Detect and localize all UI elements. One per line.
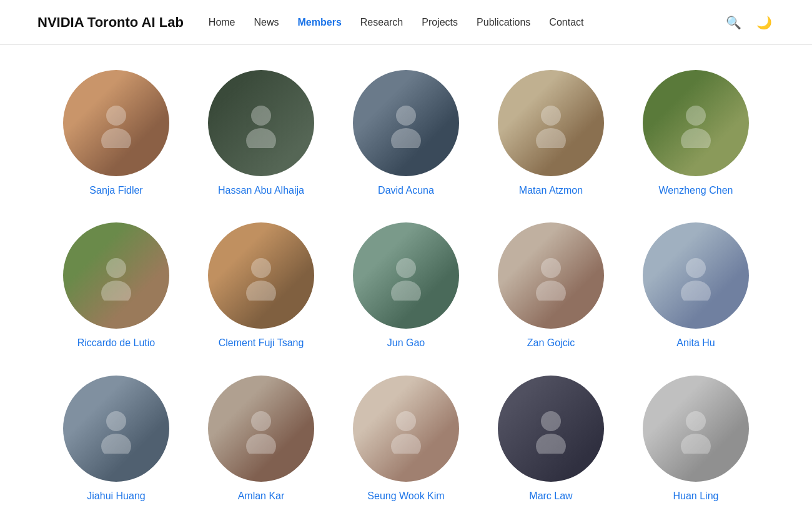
member-name: Amlan Kar	[238, 489, 285, 503]
member-avatar	[643, 222, 749, 329]
svg-point-25	[391, 434, 421, 454]
member-avatar	[63, 376, 169, 482]
svg-point-7	[536, 128, 566, 148]
svg-point-13	[246, 281, 276, 301]
member-avatar	[498, 70, 604, 176]
nav-link-news[interactable]: News	[254, 17, 279, 28]
member-avatar	[63, 70, 169, 176]
svg-point-24	[396, 411, 416, 431]
person-silhouette-icon	[63, 376, 169, 482]
member-card[interactable]: Anita Hu	[643, 222, 749, 350]
member-avatar	[353, 70, 459, 176]
nav-link-members[interactable]: Members	[298, 17, 342, 28]
member-avatar	[353, 222, 459, 329]
nav-icons: 🔍 🌙	[723, 12, 775, 32]
person-silhouette-icon	[353, 70, 459, 176]
dark-mode-icon: 🌙	[756, 15, 772, 30]
svg-point-12	[251, 258, 271, 278]
member-card[interactable]: Huan Ling	[643, 376, 749, 503]
nav-link-projects[interactable]: Projects	[422, 17, 458, 28]
member-avatar	[498, 222, 604, 329]
member-name: Wenzheng Chen	[659, 184, 733, 197]
member-name: Zan Gojcic	[527, 336, 575, 350]
person-silhouette-icon	[643, 70, 749, 176]
svg-point-18	[686, 258, 706, 278]
svg-point-3	[246, 128, 276, 148]
nav-link-publications[interactable]: Publications	[477, 17, 530, 28]
person-silhouette-icon	[498, 376, 604, 482]
member-name: Hassan Abu Alhaija	[218, 184, 304, 197]
person-silhouette-icon	[208, 70, 314, 176]
svg-point-1	[101, 128, 131, 148]
member-card[interactable]: Jiahui Huang	[63, 376, 169, 503]
svg-point-8	[686, 106, 706, 126]
svg-point-22	[251, 411, 271, 431]
svg-point-5	[391, 128, 421, 148]
person-silhouette-icon	[498, 70, 604, 176]
member-card[interactable]: Matan Atzmon	[498, 70, 604, 197]
svg-point-23	[246, 434, 276, 454]
svg-point-2	[251, 106, 271, 126]
person-silhouette-icon	[63, 222, 169, 329]
dark-mode-button[interactable]: 🌙	[754, 12, 775, 32]
member-name: Jun Gao	[387, 336, 425, 350]
main-nav: HomeNewsMembersResearchProjectsPublicati…	[209, 17, 723, 28]
member-name: Sanja Fidler	[89, 184, 142, 197]
member-avatar	[498, 376, 604, 482]
member-card[interactable]: Wenzheng Chen	[643, 70, 749, 197]
member-avatar	[208, 70, 314, 176]
svg-point-19	[681, 281, 711, 301]
member-card[interactable]: Sanja Fidler	[63, 70, 169, 197]
person-silhouette-icon	[353, 222, 459, 329]
svg-point-28	[686, 411, 706, 431]
member-name: Clement Fuji Tsang	[219, 336, 304, 350]
member-name: David Acuna	[378, 184, 434, 197]
svg-point-10	[106, 258, 126, 278]
svg-point-6	[541, 106, 561, 126]
member-avatar	[208, 222, 314, 329]
svg-point-0	[106, 106, 126, 126]
person-silhouette-icon	[208, 376, 314, 482]
svg-point-17	[536, 281, 566, 301]
member-card[interactable]: David Acuna	[353, 70, 459, 197]
site-title: NVIDIA Toronto AI Lab	[37, 14, 184, 31]
member-avatar	[208, 376, 314, 482]
member-name: Riccardo de Lutio	[77, 336, 156, 350]
member-card[interactable]: Seung Wook Kim	[353, 376, 459, 503]
svg-point-11	[101, 281, 131, 301]
person-silhouette-icon	[208, 222, 314, 329]
svg-point-26	[541, 411, 561, 431]
member-avatar	[643, 376, 749, 482]
member-avatar	[643, 70, 749, 176]
svg-point-9	[681, 128, 711, 148]
member-name: Matan Atzmon	[519, 184, 583, 197]
member-card[interactable]: Riccardo de Lutio	[63, 222, 169, 350]
main-content: Sanja Fidler Hassan Abu Alhaija David Ac…	[0, 45, 812, 523]
member-name: Jiahui Huang	[87, 489, 145, 503]
nav-link-research[interactable]: Research	[360, 17, 403, 28]
person-silhouette-icon	[643, 222, 749, 329]
member-card[interactable]: Zan Gojcic	[498, 222, 604, 350]
member-card[interactable]: Marc Law	[498, 376, 604, 503]
search-button[interactable]: 🔍	[723, 12, 744, 32]
member-card[interactable]: Jun Gao	[353, 222, 459, 350]
search-icon: 🔍	[726, 15, 741, 30]
member-name: Huan Ling	[673, 489, 719, 503]
svg-point-27	[536, 434, 566, 454]
header: NVIDIA Toronto AI Lab HomeNewsMembersRes…	[0, 0, 812, 45]
svg-point-20	[106, 411, 126, 431]
member-card[interactable]: Amlan Kar	[208, 376, 314, 503]
nav-link-contact[interactable]: Contact	[549, 17, 583, 28]
member-card[interactable]: Clement Fuji Tsang	[208, 222, 314, 350]
member-name: Marc Law	[529, 489, 572, 503]
person-silhouette-icon	[643, 376, 749, 482]
svg-point-16	[541, 258, 561, 278]
nav-link-home[interactable]: Home	[209, 17, 235, 28]
member-avatar	[63, 222, 169, 329]
member-card[interactable]: Hassan Abu Alhaija	[208, 70, 314, 197]
svg-point-21	[101, 434, 131, 454]
svg-point-15	[391, 281, 421, 301]
svg-point-29	[681, 434, 711, 454]
person-silhouette-icon	[498, 222, 604, 329]
person-silhouette-icon	[353, 376, 459, 482]
